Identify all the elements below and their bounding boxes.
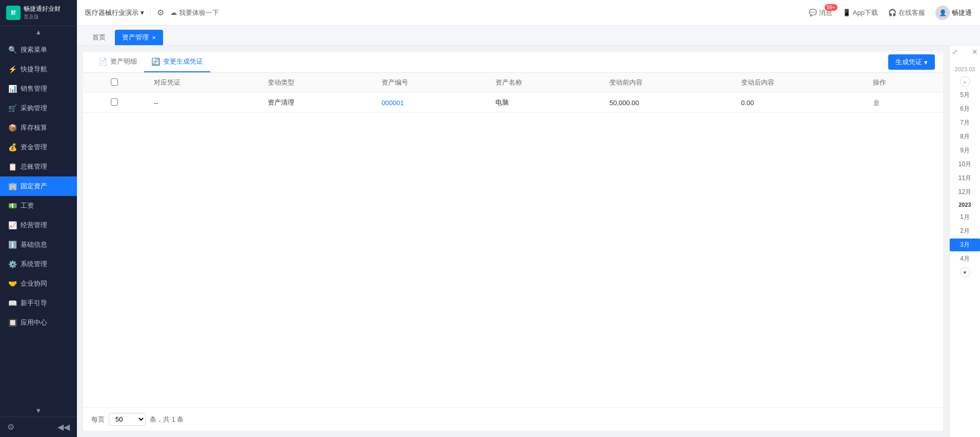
avatar: 👤 <box>935 6 950 20</box>
row-voucher: -- <box>146 93 259 113</box>
right-panel: ✕ ⤢ 2023.03 ▲ 5月 6月 7月 8月 9月 10月 11月 12月… <box>949 46 980 437</box>
sidebar-item-guide[interactable]: 📖 新手引导 <box>0 293 77 313</box>
app-download-button[interactable]: 📱 App下载 <box>843 8 878 17</box>
sidebar-item-sales[interactable]: 📊 销售管理 <box>0 79 77 98</box>
month-3[interactable]: 3月 <box>950 239 980 251</box>
inventory-icon: 📦 <box>8 124 16 132</box>
right-panel-close-icon[interactable]: ✕ <box>972 48 978 56</box>
sidebar-item-ledger[interactable]: 📋 总账管理 <box>0 157 77 176</box>
sidebar-nav: 🔍 搜索菜单 ⚡ 快捷导航 📊 销售管理 🛒 采购管理 📦 库存核算 💰 资金管… <box>0 38 77 405</box>
month-12[interactable]: 12月 <box>950 186 980 198</box>
month-9[interactable]: 9月 <box>950 144 980 157</box>
appstore-icon: 🔲 <box>8 319 16 327</box>
settings-icon[interactable]: ⚙ <box>7 422 14 432</box>
year-label-prev: 2023.03 <box>955 66 975 72</box>
messages-button[interactable]: 💬 消息 99+ <box>809 8 832 17</box>
col-change-type: 变动类型 <box>259 73 373 93</box>
table-footer: 每页 10 20 50 100 条，共 1 条 <box>83 407 943 431</box>
month-1[interactable]: 1月 <box>950 211 980 224</box>
quicknav-icon: ⚡ <box>8 65 16 73</box>
month-4[interactable]: 4月 <box>950 252 980 265</box>
topbar-right: 💬 消息 99+ 📱 App下载 🎧 在线客服 👤 畅捷通 <box>809 6 972 20</box>
row-operation: 🗑 <box>865 93 943 113</box>
settings-button[interactable]: ⚙ <box>157 8 164 17</box>
payroll-icon: 💵 <box>8 202 16 210</box>
sidebar-scroll-up[interactable]: ▲ <box>0 26 77 38</box>
month-down-button[interactable]: ▼ <box>960 267 970 277</box>
tab-home[interactable]: 首页 <box>85 30 113 45</box>
sidebar-item-basic-info[interactable]: ℹ️ 基础信息 <box>0 235 77 254</box>
sidebar-item-search[interactable]: 🔍 搜索菜单 <box>0 40 77 59</box>
generate-voucher-button[interactable]: 生成凭证 ▾ <box>888 54 935 70</box>
month-10[interactable]: 10月 <box>950 158 980 171</box>
sales-icon: 📊 <box>8 85 16 93</box>
row-change-type: 资产清理 <box>259 93 373 113</box>
ledger-icon: 📋 <box>8 163 16 171</box>
sidebar-item-appstore[interactable]: 🔲 应用中心 <box>0 313 77 332</box>
change-voucher-icon: 🔄 <box>151 57 160 66</box>
sub-tab-change-voucher[interactable]: 🔄 变更生成凭证 <box>144 52 210 72</box>
sidebar-item-inventory[interactable]: 📦 库存核算 <box>0 118 77 137</box>
select-all-checkbox[interactable] <box>111 78 118 86</box>
row-asset-name: 电脑 <box>487 93 601 113</box>
right-panel-expand-icon[interactable]: ⤢ <box>952 48 958 56</box>
month-7[interactable]: 7月 <box>950 116 980 129</box>
sidebar-scroll-down[interactable]: ▼ <box>0 405 77 416</box>
month-2[interactable]: 2月 <box>950 225 980 237</box>
sidebar-item-funds[interactable]: 💰 资金管理 <box>0 137 77 157</box>
operations-icon: 📈 <box>8 221 16 229</box>
row-checkbox-cell <box>83 93 146 113</box>
sidebar-item-operations[interactable]: 📈 经营管理 <box>0 215 77 235</box>
guide-icon: 📖 <box>8 299 16 307</box>
basic-info-icon: ℹ️ <box>8 241 16 249</box>
sidebar-item-purchase[interactable]: 🛒 采购管理 <box>0 98 77 118</box>
sidebar-logo: 财 畅捷通好业财 普及版 <box>0 0 77 26</box>
sidebar-item-payroll[interactable]: 💵 工资 <box>0 196 77 215</box>
sidebar-item-cooperation[interactable]: 🤝 企业协同 <box>0 274 77 293</box>
row-checkbox[interactable] <box>111 98 118 106</box>
per-page-label: 每页 <box>91 415 105 424</box>
total-text: 条，共 1 条 <box>150 415 184 424</box>
col-asset-name: 资产名称 <box>487 73 601 93</box>
sidebar-item-quicknav[interactable]: ⚡ 快捷导航 <box>0 59 77 79</box>
year-2023-label: 2023 <box>950 200 980 210</box>
topbar: 医疗器械行业演示 ▾ ⚙ ☁ 我要体验一下 💬 消息 99+ 📱 App下载 🎧… <box>77 0 980 26</box>
message-icon: 💬 <box>809 9 817 16</box>
col-voucher: 对应凭证 <box>146 73 259 93</box>
table-row: -- 资产清理 000001 电脑 50,000.00 0.00 🗑 <box>83 93 943 113</box>
cooperation-icon: 🤝 <box>8 280 16 288</box>
table-wrap: 对应凭证 变动类型 资产编号 资产名称 变动前内容 变动后内容 操作 <box>83 73 943 407</box>
month-8[interactable]: 8月 <box>950 130 980 143</box>
sidebar-item-fixed-assets[interactable]: 🏢 固定资产 <box>0 176 77 196</box>
cloud-icon: ☁ <box>170 9 177 16</box>
row-after-change: 0.00 <box>733 93 865 113</box>
sidebar-footer: ⚙ ◀◀ <box>0 416 77 437</box>
page-tabs: 首页 资产管理 ✕ <box>77 26 980 46</box>
fixed-assets-icon: 🏢 <box>8 182 16 190</box>
page-size-select[interactable]: 10 20 50 100 <box>109 413 146 426</box>
online-service-button[interactable]: 🎧 在线客服 <box>888 8 925 17</box>
data-table: 对应凭证 变动类型 资产编号 资产名称 变动前内容 变动后内容 操作 <box>83 73 943 113</box>
user-menu[interactable]: 👤 畅捷通 <box>935 6 972 20</box>
logo-text: 畅捷通好业财 普及版 <box>24 5 61 21</box>
sub-tab-asset-detail[interactable]: 📄 资产明细 <box>91 52 144 72</box>
experience-button[interactable]: ☁ 我要体验一下 <box>170 8 219 17</box>
tab-close-icon[interactable]: ✕ <box>152 35 156 41</box>
mobile-icon: 📱 <box>843 9 851 16</box>
col-asset-code: 资产编号 <box>373 73 487 93</box>
asset-detail-icon: 📄 <box>98 57 107 66</box>
month-11[interactable]: 11月 <box>950 172 980 185</box>
col-before-change: 变动前内容 <box>601 73 733 93</box>
month-6[interactable]: 6月 <box>950 103 980 115</box>
company-selector[interactable]: 医疗器械行业演示 ▾ <box>85 8 144 17</box>
collapse-icon[interactable]: ◀◀ <box>57 422 70 432</box>
dropdown-icon: ▾ <box>141 9 144 16</box>
sub-tabs: 📄 资产明细 🔄 变更生成凭证 生成凭证 ▾ <box>83 52 943 73</box>
sidebar-item-system[interactable]: ⚙️ 系统管理 <box>0 254 77 274</box>
month-up-button[interactable]: ▲ <box>960 76 970 87</box>
tab-asset-mgmt[interactable]: 资产管理 ✕ <box>115 30 163 45</box>
delete-icon[interactable]: 🗑 <box>873 98 880 107</box>
col-checkbox <box>83 73 146 93</box>
row-asset-code: 000001 <box>373 93 487 113</box>
month-5[interactable]: 5月 <box>950 89 980 102</box>
